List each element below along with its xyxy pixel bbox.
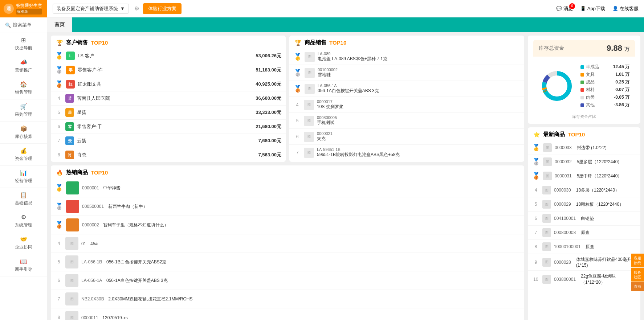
rank-number: 5 [55, 259, 62, 264]
app-download-action[interactable]: 📱 App下载 [580, 5, 605, 12]
trial-button[interactable]: 体验行业方案 [143, 3, 182, 14]
gear-button[interactable]: ⚙ [134, 5, 139, 12]
medal-gold-icon: 🥇 [55, 52, 63, 60]
customer-ranking-row: 5 星 星扬 33,333.00元 [51, 106, 286, 120]
medal-bronze-icon: 🥉 [532, 172, 540, 180]
newest-product-code: 000800008 [554, 230, 576, 235]
medal-gold-icon: 🥇 [532, 144, 540, 152]
sidebar-item-operations[interactable]: 📊 经营管理 [0, 166, 47, 188]
newest-product-code: 0000033 [555, 145, 572, 150]
newest-product-row: 6 图 004100001 白钢垫 [528, 212, 640, 226]
customer-ranking-row: 6 零 零售客户-于 21,680.00元 [51, 120, 286, 134]
float-service-btn-2[interactable]: 直播 [631, 282, 644, 291]
sidebar-logo: 通 畅捷通好生意 标准版 [0, 0, 47, 17]
float-service-btn-1[interactable]: 服务社区 [631, 268, 644, 282]
rank-number: 4 [55, 241, 62, 246]
legend-color-dot [580, 103, 584, 107]
legend-color-dot [580, 73, 584, 77]
customer-name: 星扬 [77, 109, 253, 116]
rank-number: 4 [55, 96, 62, 101]
hot-products-card: 🔥 热销商品 TOP10 🥇 0000001 中华神酱 🥈 000500001 … [51, 165, 524, 320]
customer-avatar: 苦 [65, 94, 74, 103]
hot-product-row: 🥉 0000002 智利车子里（规格不知道填什么） [51, 216, 524, 234]
newest-product-row: 🥈 图 0000032 5厘多层（1220*2440） [528, 155, 640, 169]
sidebar-item-marketing[interactable]: 📣 营销推广 [0, 55, 47, 77]
inventory-chart-area: 半成品 12.45 万 文具 1.01 万 成品 0.25 万 材料 0.07 … [533, 60, 635, 112]
purchase-icon: 🛒 [20, 103, 27, 110]
legend-color-dot [580, 96, 584, 99]
customer-ranking-row: 🥉 红 红太阳文具 40,925.00元 [51, 77, 286, 91]
product-info: 0000021 夹克 [317, 131, 520, 142]
legend-label: 文具 [586, 71, 614, 78]
customer-avatar: 星 [65, 108, 74, 117]
legend-label: 材料 [586, 87, 614, 93]
newest-product-name: 原查 [581, 230, 636, 236]
legend-item: 文具 1.01 万 [580, 71, 629, 78]
float-service-btn-0[interactable]: 客服热线 [631, 254, 644, 267]
rank-number: 10 [532, 277, 539, 282]
search-menu-button[interactable]: 🔍 搜索菜单 [3, 20, 44, 30]
customer-top10-badge: TOP10 [91, 40, 108, 46]
message-action[interactable]: 💬 消息 6 [556, 5, 573, 12]
sidebar-item-guide[interactable]: 📖 新手引导 [0, 254, 47, 276]
system-selector[interactable]: 装备及固定资产辅助管理系统 ▼ [53, 4, 129, 14]
top-panels: 🏆 客户销售 TOP10 🥇 L LS 客户 53,006.26元 🥈 零 零售… [51, 36, 524, 162]
product-code: LA-089 [318, 52, 520, 56]
newest-product-code: 004100001 [554, 216, 576, 221]
rank-number: 7 [294, 150, 301, 155]
customer-name: 肖总 [77, 152, 255, 158]
hot-product-info: 01 45# [81, 241, 520, 246]
legend-item: 成品 0.25 万 [580, 79, 629, 85]
newest-product-name: 22g鱼豆腐-烧烤味（1*12*20） [581, 273, 636, 286]
medal-silver-icon: 🥈 [55, 66, 63, 74]
sidebar-item-sales[interactable]: 🏠 销售管理 [0, 77, 47, 99]
quick-nav-icon: ⊞ [21, 37, 26, 44]
phone-icon: 📱 [580, 6, 586, 11]
product-code: 0000021 [317, 131, 520, 136]
service-action[interactable]: 👤 在线客服 [612, 5, 639, 12]
sidebar-item-inventory[interactable]: 📦 库存核算 [0, 122, 47, 144]
legend-label: 肉类 [586, 94, 612, 100]
sidebar-item-purchase[interactable]: 🛒 采购管理 [0, 99, 47, 122]
sidebar-item-basic-info[interactable]: 📋 基础信息 [0, 188, 47, 210]
newest-products-rows: 🥇 图 0000033 封边带 (1.0*22) 🥈 图 0000032 5厘多… [528, 141, 640, 288]
hot-product-code: 000500001 [82, 204, 104, 209]
tab-home[interactable]: 首页 [47, 17, 72, 32]
hot-top10-badge: TOP10 [91, 169, 108, 176]
hot-product-info: 0000002 智利车子里（规格不知道填什么） [82, 222, 520, 228]
product-code: 000800005 [317, 115, 520, 120]
legend-item: 其他 -3.86 万 [580, 102, 629, 108]
newest-product-name: 5厘多层（1220*2440） [577, 159, 636, 165]
sidebar-item-quick-nav[interactable]: ⊞ 快捷导航 [0, 33, 47, 55]
rank-number: 6 [294, 134, 301, 139]
customer-ranking-row: 8 肖 肖总 7,563.00元 [51, 148, 286, 162]
sidebar-item-system[interactable]: ⚙ 系统管理 [0, 210, 47, 232]
sidebar-search[interactable]: 🔍 搜索菜单 [0, 17, 47, 33]
inventory-amount-display: 9.88 万 [607, 44, 629, 53]
hot-product-row: 4 图 01 45# [51, 234, 524, 253]
legend-item: 材料 0.07 万 [580, 87, 629, 93]
product-thumbnail [66, 200, 79, 213]
product-image-placeholder: 图 [65, 255, 78, 268]
medal-silver-icon: 🥈 [294, 69, 302, 77]
hot-product-row: 🥇 0000001 中华神酱 [51, 179, 524, 197]
product-image-placeholder: 图 [65, 292, 78, 305]
rank-number: 8 [55, 315, 62, 320]
rank-number: 5 [55, 110, 62, 115]
system-icon: ⚙ [21, 214, 26, 221]
product-code: 0000017 [317, 99, 520, 104]
hot-product-name: 056-1A白色按键开关盖ABS 3克 [106, 278, 168, 283]
medal-bronze-icon: 🥉 [55, 80, 63, 88]
sidebar-item-cooperation[interactable]: 🤝 企业协同 [0, 232, 47, 254]
newest-product-image: 图 [542, 242, 551, 251]
medal-silver-icon: 🥈 [55, 202, 63, 210]
hot-icon: 🔥 [56, 169, 63, 176]
newest-product-image: 图 [542, 200, 551, 209]
sidebar-item-finance[interactable]: 💰 资金管理 [0, 144, 47, 166]
medal-bronze-icon: 🥉 [55, 221, 63, 229]
newest-product-row: 8 图 10000100001 原查 [528, 240, 640, 254]
sidebar: 通 畅捷通好生意 标准版 🔍 搜索菜单 ⊞ 快捷导航 📣 营销推广 🏠 销售管理… [0, 0, 47, 320]
product-sales-title: 🏆 商品销售 TOP10 [289, 36, 524, 49]
product-image-placeholder: 图 [304, 132, 314, 142]
customer-avatar: L [66, 52, 75, 60]
